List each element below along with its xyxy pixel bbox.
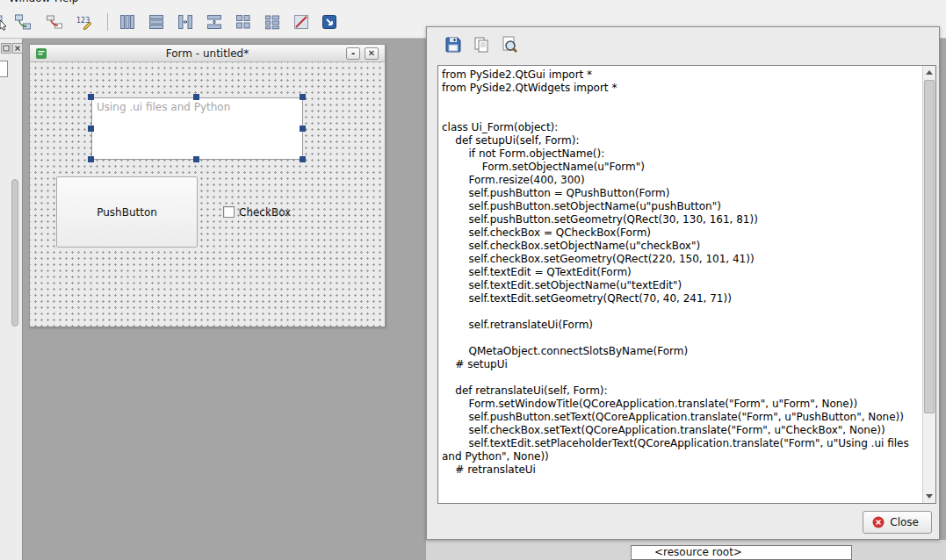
resource-root-item[interactable]: <resource root> [631,545,852,560]
qt-designer-window: Window Help 123 [0,0,946,560]
layout-horizontal-icon [119,13,136,31]
copy-button[interactable] [470,33,493,56]
layout-horizontal-splitter-icon [177,13,194,31]
form-editor-window: Form - untitled* - ✕ Using .ui files and… [29,44,386,327]
edit-widgets-button[interactable] [0,11,12,33]
dock-float-icon [3,45,10,52]
edit-tab-order-button[interactable]: 123 [73,11,96,33]
arrow-up-icon [926,70,933,75]
close-icon [872,516,885,528]
layout-form-button[interactable] [261,11,284,33]
selection-handle[interactable] [193,156,199,162]
layout-grid-button[interactable] [232,11,255,33]
selection-handle[interactable] [300,94,306,100]
menu-item-help[interactable]: Help [54,0,78,4]
textedit-placeholder: Using .ui files and Python [92,98,302,116]
form-window-title: Form - untitled* [30,45,385,62]
checkbox-indicator[interactable] [223,206,235,218]
selection-handle[interactable] [88,126,94,132]
edit-widgets-icon [0,13,10,31]
layout-horizontal-button[interactable] [116,11,139,33]
selection-handle[interactable] [88,156,94,162]
checkbox-widget[interactable]: CheckBox [223,194,312,230]
code-preview-dialog: from PySide2.QtGui import * from PySide2… [426,26,940,540]
layout-horizontal-splitter-button[interactable] [174,11,197,33]
form-titlebar[interactable]: Form - untitled* - ✕ [30,45,385,62]
selection-handle[interactable] [193,94,199,100]
dock-close-icon [14,45,21,52]
generated-code: from PySide2.QtGui import * from PySide2… [442,68,919,477]
edit-tab-order-icon: 123 [76,13,93,31]
layout-grid-icon [235,13,252,31]
dock-close-button[interactable] [12,43,23,54]
layout-vertical-splitter-button[interactable] [203,11,226,33]
edit-signals-slots-button[interactable] [11,11,34,33]
form-canvas[interactable]: Using .ui files and Python PushButton Ch… [30,62,385,327]
textedit-widget[interactable]: Using .ui files and Python [91,97,303,160]
dock-float-button[interactable] [1,43,11,54]
save-button[interactable] [442,33,465,56]
widget-filter-input[interactable] [0,61,8,77]
resource-browser-dock: <resource root> [426,540,946,560]
find-icon [500,35,519,54]
break-layout-icon [292,13,310,31]
layout-vertical-button[interactable] [145,11,168,33]
layout-vertical-icon [148,13,165,31]
scroll-up-button[interactable] [923,66,935,79]
pushbutton-label: PushButton [97,206,157,219]
dock-scrollbar[interactable] [11,179,18,327]
form-minimize-button[interactable]: - [346,47,360,60]
menu-item-window[interactable]: Window [9,0,50,4]
form-close-button[interactable]: ✕ [365,47,379,60]
close-button-label: Close [890,516,919,528]
selection-handle[interactable] [300,126,306,132]
edit-buddies-icon [46,13,63,31]
code-view[interactable]: from PySide2.QtGui import * from PySide2… [437,65,936,504]
find-button[interactable] [498,33,521,56]
code-text-container[interactable]: from PySide2.QtGui import * from PySide2… [438,66,922,503]
pushbutton-widget[interactable]: PushButton [56,176,198,248]
edit-buddies-button[interactable] [43,11,66,33]
selection-handle[interactable] [88,94,94,100]
adjust-size-icon [321,13,338,31]
break-layout-button[interactable] [290,11,313,33]
edit-signals-slots-icon [14,13,32,31]
toolbar-separator [107,13,108,31]
menu-bar: Window Help [0,0,946,5]
copy-icon [472,35,491,54]
vertical-scrollbar[interactable] [922,66,935,503]
scroll-down-button[interactable] [923,490,935,503]
widget-box-dock [0,39,23,560]
close-button[interactable]: Close [863,511,932,534]
checkbox-label: CheckBox [239,206,291,219]
layout-vertical-splitter-icon [206,13,223,31]
adjust-size-button[interactable] [318,11,341,33]
scroll-thumb[interactable] [924,80,935,413]
layout-form-icon [264,13,281,31]
selection-handle[interactable] [300,156,306,162]
save-icon [444,35,463,54]
arrow-down-icon [926,494,933,499]
